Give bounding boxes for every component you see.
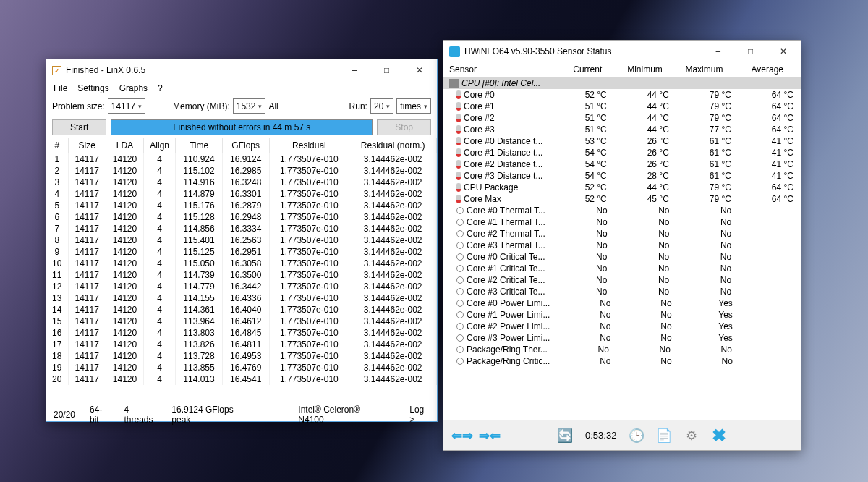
sensor-row[interactable]: Package/Ring Critic...NoNoNo [443,355,801,367]
col-size[interactable]: Size [68,138,106,153]
table-row[interactable]: 314117141204114.91616.32481.773507e-0103… [46,177,437,188]
sensor-row[interactable]: Core #2 Power Limi...NoNoYes [443,321,801,332]
minimize-button[interactable]: ‒ [338,60,370,80]
table-row[interactable]: 614117141204115.12816.29481.773507e-0103… [46,211,437,223]
maximize-button[interactable]: □ [370,60,403,80]
table-row[interactable]: 1414117141204114.36116.40401.773507e-010… [46,304,437,316]
col-time[interactable]: Time [176,138,223,153]
col-gflops[interactable]: GFlops [222,138,269,153]
table-row[interactable]: 1014117141204115.05016.30581.773507e-010… [46,258,437,269]
sensor-row[interactable]: Core Max52 °C45 °C79 °C64 °C [443,193,801,205]
col-average[interactable]: Average [727,64,788,75]
stop-button[interactable]: Stop [377,119,431,135]
sensor-row[interactable]: Core #0 Distance t...53 °C26 °C61 °C41 °… [443,135,801,147]
table-row[interactable]: 114117141204110.92416.91241.773507e-0103… [46,153,437,166]
circle-icon [456,346,464,353]
col-residual[interactable]: Residual [269,138,349,153]
col-residual-norm[interactable]: Residual (norm.) [349,138,437,153]
settings-button[interactable]: ⚙ [680,424,703,447]
close-button[interactable]: ✕ [403,60,435,80]
combo-times[interactable]: times▾ [396,98,431,114]
sensor-row[interactable]: Core #3 Thermal T...NoNoNo [443,240,801,251]
close-tool-button[interactable]: ✖ [707,424,731,447]
col-maximum[interactable]: Maximum [667,64,728,75]
table-row[interactable]: 914117141204115.12516.29511.773507e-0103… [46,246,437,258]
linx-statusbar: 20/20 64-bit 4 threads 16.9124 GFlops pe… [46,407,437,421]
save-button[interactable]: 📄 [652,424,676,447]
chevron-down-icon: ▾ [424,103,427,110]
col-align[interactable]: Align [144,138,176,153]
combo-memory[interactable]: 1532▾ [233,98,266,114]
menu-graphs[interactable]: Graphs [119,83,148,93]
combo-problem-size[interactable]: 14117▾ [108,98,145,114]
table-row[interactable]: 414117141204114.87916.33011.773507e-0103… [46,188,437,200]
collapse-button[interactable]: ⇒⇐ [478,424,501,447]
maximize-button[interactable]: □ [734,41,767,62]
label-all[interactable]: All [268,101,278,111]
thermometer-icon [456,195,461,203]
sensor-row[interactable]: Core #351 °C44 °C77 °C64 °C [443,124,801,135]
status-arch: 64-bit [90,405,109,425]
status-message: Finished without errors in 44 m 57 s [111,119,373,135]
sensor-row[interactable]: Core #0 Power Limi...NoNoYes [443,297,801,309]
close-button[interactable]: ✕ [767,41,799,62]
table-row[interactable]: 214117141204115.10216.29851.773507e-0103… [46,165,437,177]
results-table: # Size LDA Align Time GFlops Residual Re… [46,138,437,385]
sensor-row[interactable]: Core #251 °C44 °C79 °C64 °C [443,112,801,124]
refresh-button[interactable]: 🔄 [553,424,576,447]
sensor-row[interactable]: Core #1 Distance t...54 °C26 °C61 °C41 °… [443,147,801,158]
minimize-button[interactable]: ‒ [702,41,734,62]
menu-settings[interactable]: Settings [77,83,109,93]
menu-help[interactable]: ? [158,83,163,93]
sensor-row[interactable]: Package/Ring Ther...NoNoNo [443,344,801,355]
sensor-row[interactable]: Core #0 Thermal T...NoNoNo [443,205,801,216]
linx-params-row: Problem size: 14117▾ Memory (MiB): 1532▾… [46,96,437,117]
table-row[interactable]: 1314117141204114.15516.43361.773507e-010… [46,292,437,304]
col-sensor[interactable]: Sensor [449,64,546,75]
menu-file[interactable]: File [54,83,67,93]
sensor-row[interactable]: Core #2 Distance t...54 °C26 °C61 °C41 °… [443,158,801,170]
sensor-row[interactable]: Core #1 Power Limi...NoNoYes [443,309,801,321]
sensor-row[interactable]: Core #2 Thermal T...NoNoNo [443,228,801,240]
col-minimum[interactable]: Minimum [606,64,667,75]
circle-icon [456,253,464,261]
sensor-row[interactable]: Core #1 Critical Te...NoNoNo [443,263,801,274]
linx-menubar: File Settings Graphs ? [46,81,437,96]
sensor-row[interactable]: CPU Package52 °C44 °C79 °C64 °C [443,182,801,193]
col-current[interactable]: Current [546,64,607,75]
table-row[interactable]: 1914117141204113.85516.47691.773507e-010… [46,362,437,373]
col-lda[interactable]: LDA [106,138,143,153]
expand-button[interactable]: ⇐⇒ [451,424,474,447]
table-row[interactable]: 1614117141204113.80316.48451.773507e-010… [46,327,437,339]
table-row[interactable]: 514117141204115.17616.28791.773507e-0103… [46,200,437,211]
table-row[interactable]: 1114117141204114.73916.35001.773507e-010… [46,269,437,281]
elapsed-time: 0:53:32 [585,430,616,441]
table-row[interactable]: 1814117141204113.72816.49531.773507e-010… [46,350,437,362]
log-button[interactable]: Log > [409,405,430,425]
sensor-row[interactable]: Core #3 Power Limi...NoNoYes [443,332,801,344]
sensor-row[interactable]: Core #1 Thermal T...NoNoNo [443,216,801,228]
table-row[interactable]: 1714117141204113.82616.48111.773507e-010… [46,339,437,350]
table-row[interactable]: 814117141204115.40116.25631.773507e-0103… [46,234,437,246]
hwinfo-titlebar[interactable]: HWiNFO64 v5.90-3550 Sensor Status ‒ □ ✕ [443,41,801,62]
table-row[interactable]: 2014117141204114.01316.45411.773507e-010… [46,373,437,385]
sensor-row[interactable]: Core #3 Critical Te...NoNoNo [443,286,801,297]
table-row[interactable]: 1214117141204114.77916.34421.773507e-010… [46,281,437,292]
thermometer-icon [456,148,461,157]
table-row[interactable]: 1514117141204113.96416.46121.773507e-010… [46,316,437,327]
linx-titlebar[interactable]: ✓ Finished - LinX 0.6.5 ‒ □ ✕ [46,59,437,81]
sensor-row[interactable]: Core #2 Critical Te...NoNoNo [443,274,801,286]
clock-icon[interactable]: 🕒 [625,424,648,447]
table-row[interactable]: 714117141204114.85616.33341.773507e-0103… [46,223,437,234]
col-idx[interactable]: # [46,138,68,153]
sensor-row[interactable]: Core #0 Critical Te...NoNoNo [443,251,801,263]
sensor-row[interactable]: Core #3 Distance t...54 °C28 °C61 °C41 °… [443,170,801,182]
combo-run[interactable]: 20▾ [370,98,393,114]
sensor-row[interactable]: Core #151 °C44 °C79 °C64 °C [443,101,801,112]
chevron-down-icon: ▾ [386,103,390,110]
circle-icon [456,300,464,307]
hwinfo-body[interactable]: CPU [#0]: Intel Cel... Core #052 °C44 °C… [443,77,801,420]
sensor-row[interactable]: Core #052 °C44 °C79 °C64 °C [443,89,801,101]
start-button[interactable]: Start [52,119,106,135]
cpu-group-row[interactable]: CPU [#0]: Intel Cel... [443,77,801,89]
